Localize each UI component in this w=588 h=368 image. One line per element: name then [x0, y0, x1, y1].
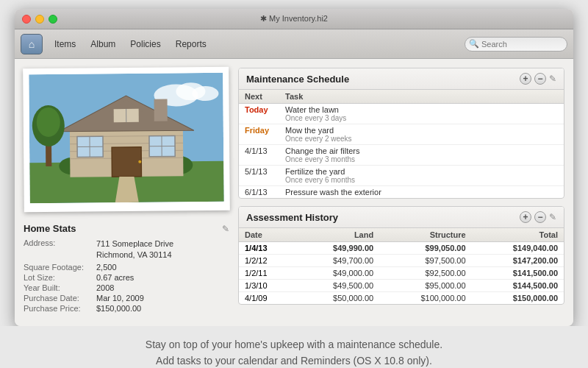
maintenance-add-button[interactable]: + — [520, 73, 531, 85]
col-structure: Structure — [379, 228, 471, 242]
maint-date: 4/1/13 — [239, 145, 279, 166]
nav-bar: Items Album Policies Reports — [47, 36, 463, 52]
assessment-remove-button[interactable]: − — [534, 211, 546, 223]
edit-stats-icon[interactable]: ✎ — [222, 224, 229, 234]
assessment-section: Assessment History + − ✎ Date Land Struc… — [238, 206, 564, 305]
col-task: Task — [279, 90, 564, 104]
titlebar: ✱ My Inventory.hi2 — [15, 9, 573, 29]
stat-purchase-price: Purchase Price: $150,000.00 — [24, 304, 229, 313]
maint-date: Today — [239, 104, 279, 124]
maintenance-edit-button[interactable]: ✎ — [549, 74, 556, 84]
maint-task: Pressure wash the exterior — [279, 186, 564, 199]
maint-task: Water the lawnOnce every 3 days — [279, 104, 564, 124]
assess-date: 1/2/12 — [239, 255, 295, 267]
maintenance-title: Maintenance Schedule — [246, 74, 349, 85]
stat-purchase-date: Purchase Date: Mar 10, 2009 — [24, 294, 229, 302]
assessment-row: 1/4/13 $49,990.00 $99,050.00 $149,040.00 — [239, 242, 564, 255]
home-stats-header: Home Stats ✎ — [24, 223, 229, 234]
footer-line1: Stay on top of your home's upkeep with a… — [15, 336, 573, 353]
maximize-button[interactable] — [49, 15, 57, 24]
house-image — [29, 73, 224, 203]
assess-total: $149,040.00 — [472, 242, 564, 255]
col-land: Land — [295, 228, 379, 242]
assess-land: $49,500.00 — [295, 280, 379, 292]
stat-year: Year Built: 2008 — [24, 283, 229, 292]
maintenance-row: 4/1/13 Change the air filtersOnce every … — [239, 145, 564, 166]
stat-value-sqft: 2,500 — [96, 263, 117, 272]
close-button[interactable] — [22, 15, 31, 24]
maint-date: Friday — [239, 124, 279, 145]
maintenance-actions: + − ✎ — [520, 73, 556, 85]
nav-policies-button[interactable]: Policies — [123, 36, 168, 52]
stat-sqft: Square Footage: 2,500 — [24, 263, 229, 272]
assess-date: 1/3/10 — [239, 280, 295, 292]
assess-total: $150,000.00 — [472, 292, 564, 305]
assessment-row: 1/2/11 $49,000.00 $92,500.00 $141,500.00 — [239, 267, 564, 280]
nav-album-button[interactable]: Album — [83, 36, 123, 52]
maintenance-remove-button[interactable]: − — [534, 73, 546, 85]
stat-value-year: 2008 — [96, 283, 114, 292]
stat-label-purchase-date: Purchase Date: — [24, 294, 93, 302]
maint-date: 5/1/13 — [239, 166, 279, 186]
assessment-edit-button[interactable]: ✎ — [549, 212, 556, 222]
assess-structure: $95,000.00 — [379, 280, 471, 292]
minimize-button[interactable] — [35, 15, 44, 24]
assess-structure: $92,500.00 — [379, 267, 471, 280]
nav-items-button[interactable]: Items — [47, 36, 83, 52]
svg-rect-27 — [154, 99, 168, 121]
search-input[interactable] — [465, 37, 567, 52]
footer: Stay on top of your home's upkeep with a… — [0, 326, 588, 368]
maintenance-row: Today Water the lawnOnce every 3 days — [239, 104, 564, 124]
assessment-add-button[interactable]: + — [520, 211, 531, 223]
stat-address: Address: 711 Someplace Drive Richmond, V… — [24, 238, 229, 261]
assess-land: $49,000.00 — [295, 267, 379, 280]
assess-structure: $97,500.00 — [379, 255, 471, 267]
assessment-table: Date Land Structure Total 1/4/13 $49,990… — [239, 228, 564, 304]
col-next: Next — [239, 90, 279, 104]
search-wrapper: 🔍 — [465, 37, 567, 52]
traffic-lights — [22, 15, 57, 24]
assess-land: $50,000.00 — [295, 292, 379, 305]
assess-land: $49,700.00 — [295, 255, 379, 267]
toolbar: ⌂ Items Album Policies Reports 🔍 — [15, 29, 573, 59]
assess-date: 4/1/09 — [239, 292, 295, 305]
stat-value-purchase-date: Mar 10, 2009 — [96, 294, 144, 302]
stat-value-lot: 0.67 acres — [96, 273, 134, 282]
home-stats-title: Home Stats — [24, 223, 76, 234]
assess-total: $141,500.00 — [472, 267, 564, 280]
maintenance-row: Friday Mow the yardOnce every 2 weeks — [239, 124, 564, 145]
assess-total: $147,200.00 — [472, 255, 564, 267]
stat-value-purchase-price: $150,000.00 — [96, 304, 141, 313]
col-total: Total — [472, 228, 564, 242]
stat-label-purchase-price: Purchase Price: — [24, 304, 93, 313]
assess-land: $49,990.00 — [295, 242, 379, 255]
maint-task: Change the air filtersOnce every 3 month… — [279, 145, 564, 166]
stat-label-lot: Lot Size: — [24, 273, 93, 282]
assess-structure: $100,000.00 — [379, 292, 471, 305]
right-panel: Maintenance Schedule + − ✎ Next Task — [238, 68, 564, 317]
col-date: Date — [239, 228, 295, 242]
stat-label-address: Address: — [24, 238, 93, 261]
maintenance-row: 5/1/13 Fertilize the yardOnce every 6 mo… — [239, 166, 564, 186]
home-stats-section: Home Stats ✎ Address: 711 Someplace Driv… — [24, 220, 229, 317]
home-button[interactable]: ⌂ — [21, 34, 43, 54]
stat-lot: Lot Size: 0.67 acres — [24, 273, 229, 282]
assessment-title: Assessment History — [246, 212, 338, 223]
photo-frame — [23, 67, 230, 212]
stat-label-year: Year Built: — [24, 283, 93, 292]
maintenance-table: Next Task Today Water the lawnOnce every… — [239, 90, 564, 198]
maint-task: Mow the yardOnce every 2 weeks — [279, 124, 564, 145]
assessment-header: Assessment History + − ✎ — [239, 207, 564, 228]
assessment-actions: + − ✎ — [520, 211, 556, 223]
svg-rect-18 — [112, 147, 141, 177]
nav-reports-button[interactable]: Reports — [168, 36, 214, 52]
maintenance-section: Maintenance Schedule + − ✎ Next Task — [238, 68, 564, 199]
assessment-row: 1/2/12 $49,700.00 $97,500.00 $147,200.00 — [239, 255, 564, 267]
maintenance-header: Maintenance Schedule + − ✎ — [239, 68, 564, 90]
maint-date: 6/1/13 — [239, 186, 279, 199]
stat-value-address: 711 Someplace Drive Richmond, VA 30114 — [96, 238, 173, 261]
stat-label-sqft: Square Footage: — [24, 263, 93, 272]
assessment-row: 1/3/10 $49,500.00 $95,000.00 $144,500.00 — [239, 280, 564, 292]
left-panel: Home Stats ✎ Address: 711 Someplace Driv… — [24, 68, 229, 317]
assessment-row: 4/1/09 $50,000.00 $100,000.00 $150,000.0… — [239, 292, 564, 305]
